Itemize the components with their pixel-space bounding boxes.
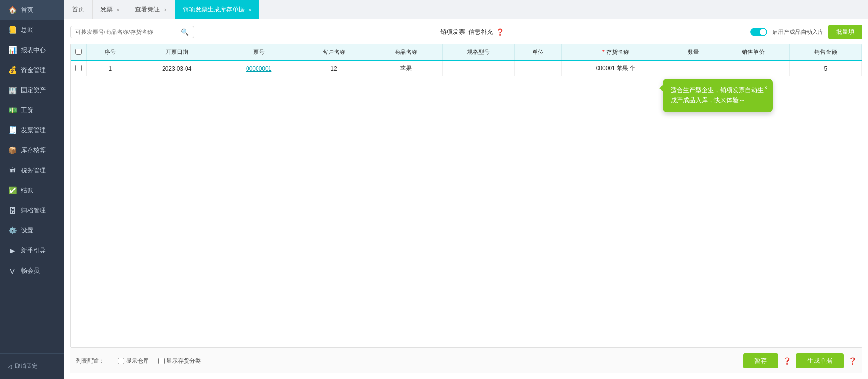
archive-icon: 🗄 <box>8 207 17 215</box>
info-label: 销项发票_信息补充 ❓ <box>440 28 504 36</box>
info-help-icon[interactable]: ❓ <box>496 28 504 36</box>
sidebar-item-general-ledger-label: 总账 <box>21 26 33 34</box>
cancel-pin-icon: ◁ <box>8 363 12 370</box>
content-area: 🔍 销项发票_信息补充 ❓ 启用产成品自动入库 批量填 <box>64 19 868 379</box>
sidebar-item-general-ledger[interactable]: 📒 总账 <box>0 20 64 40</box>
save-help-icon[interactable]: ❓ <box>783 357 791 365</box>
th-ticket-no: 票号 <box>220 44 298 61</box>
th-model: 规格型号 <box>442 44 514 61</box>
sidebar-item-funds-label: 资金管理 <box>21 66 46 74</box>
sidebar-item-reports[interactable]: 📊 报表中心 <box>0 40 64 60</box>
sidebar-item-payroll-label: 工资 <box>21 106 33 115</box>
sidebar-item-vip-label: 畅会员 <box>21 266 40 275</box>
search-box[interactable]: 🔍 <box>70 26 194 38</box>
tab-generate-inventory-label: 销项发票生成库存单据 <box>183 5 245 14</box>
show-inventory-category-label: 显示存货分类 <box>166 357 201 365</box>
sidebar-item-reconcile-label: 结账 <box>21 186 33 195</box>
th-product-name: 商品名称 <box>370 44 442 61</box>
fixed-assets-icon: 🏢 <box>8 86 17 95</box>
th-checkbox <box>71 44 87 61</box>
guide-icon: ▶ <box>8 246 17 255</box>
show-warehouse-item[interactable]: 显示仓库 <box>118 357 149 365</box>
show-inventory-category-item[interactable]: 显示存货分类 <box>158 357 201 365</box>
row-product-name: 苹果 <box>370 61 442 76</box>
select-all-checkbox[interactable] <box>75 49 82 55</box>
funds-icon: 💰 <box>8 66 17 74</box>
bottom-bar: 列表配置： 显示仓库 显示存货分类 暂存 ❓ 生成单据 ❓ <box>70 348 862 373</box>
tab-bar: 首页 发票 × 查看凭证 × 销项发票生成库存单据 × <box>64 0 868 19</box>
row-amount: 5 <box>789 61 862 76</box>
tax-icon: 🏛 <box>8 167 17 175</box>
tab-home[interactable]: 首页 <box>64 0 93 19</box>
row-unit <box>515 61 562 76</box>
th-quantity: 数量 <box>670 44 717 61</box>
search-input[interactable] <box>75 29 178 35</box>
tab-view-voucher[interactable]: 查看凭证 × <box>127 0 175 19</box>
sidebar-item-vip[interactable]: V 畅会员 <box>0 261 64 281</box>
payroll-icon: 💵 <box>8 106 17 115</box>
sidebar-bottom: ◁ 取消固定 <box>0 353 64 379</box>
table-row: 1 2023-03-04 00000001 12 苹果 000001 苹果 个 … <box>71 61 862 76</box>
action-buttons: 暂存 ❓ 生成单据 ❓ <box>743 353 857 368</box>
sidebar-item-archive[interactable]: 🗄 归档管理 <box>0 200 64 221</box>
save-button[interactable]: 暂存 <box>743 353 778 368</box>
sidebar-item-tax[interactable]: 🏛 税务管理 <box>0 160 64 180</box>
th-date: 开票日期 <box>134 44 220 61</box>
th-unit: 单位 <box>515 44 562 61</box>
tooltip-close-button[interactable]: × <box>764 83 768 93</box>
right-controls: 启用产成品自动入库 批量填 <box>750 25 862 39</box>
list-config-label: 列表配置： <box>76 357 104 365</box>
tab-generate-inventory[interactable]: 销项发票生成库存单据 × <box>175 0 259 19</box>
toggle-label: 启用产成品自动入库 <box>772 28 824 36</box>
tooltip-popup: × 适合生产型企业，销项发票自动生成产成品入库，快来体验～ <box>663 79 773 112</box>
search-icon: 🔍 <box>181 28 189 36</box>
batch-fill-button[interactable]: 批量填 <box>828 25 862 39</box>
row-unit-price <box>717 61 789 76</box>
row-checkbox-cell[interactable] <box>71 61 87 76</box>
sidebar-item-guide[interactable]: ▶ 新手引导 <box>0 241 64 261</box>
show-warehouse-checkbox[interactable] <box>118 358 124 364</box>
reports-icon: 📊 <box>8 46 17 54</box>
row-model <box>442 61 514 76</box>
sidebar-item-fixed-assets[interactable]: 🏢 固定资产 <box>0 80 64 100</box>
sidebar-item-archive-label: 归档管理 <box>21 206 46 215</box>
sidebar-item-home[interactable]: 🏠 首页 <box>0 0 64 20</box>
th-amount: 销售金额 <box>789 44 862 61</box>
sidebar-item-home-label: 首页 <box>21 6 33 14</box>
home-icon: 🏠 <box>8 6 17 14</box>
data-table: 序号 开票日期 票号 客户名称 商品名称 规格型号 单位 * 存货名称 数量 销… <box>71 44 862 76</box>
vip-icon: V <box>8 267 17 275</box>
tab-view-voucher-close[interactable]: × <box>164 7 166 12</box>
invoice-mgmt-icon: 🧾 <box>8 126 17 135</box>
tab-generate-inventory-close[interactable]: × <box>248 7 251 12</box>
generate-button[interactable]: 生成单据 <box>796 353 844 368</box>
sidebar-item-invoice-mgmt[interactable]: 🧾 发票管理 <box>0 120 64 140</box>
row-customer: 12 <box>298 61 370 76</box>
row-date: 2023-03-04 <box>134 61 220 76</box>
tab-invoice-close[interactable]: × <box>116 7 119 12</box>
row-checkbox[interactable] <box>75 65 82 71</box>
main-area: 首页 发票 × 查看凭证 × 销项发票生成库存单据 × 🔍 销项发票_信息补充 … <box>64 0 868 379</box>
sidebar-item-funds[interactable]: 💰 资金管理 <box>0 60 64 80</box>
reconcile-icon: ✅ <box>8 186 17 195</box>
ledger-icon: 📒 <box>8 26 17 34</box>
generate-help-icon[interactable]: ❓ <box>848 357 857 365</box>
sidebar-item-fixed-assets-label: 固定资产 <box>21 86 46 95</box>
row-seq: 1 <box>87 61 134 76</box>
sidebar-item-inventory[interactable]: 📦 库存核算 <box>0 140 64 160</box>
sidebar-item-settings[interactable]: ⚙️ 设置 <box>0 221 64 241</box>
row-quantity <box>670 61 717 76</box>
tab-invoice[interactable]: 发票 × <box>93 0 127 19</box>
th-inventory-name: * 存货名称 <box>561 44 670 61</box>
sidebar-item-tax-label: 税务管理 <box>21 166 46 175</box>
sidebar-item-inventory-label: 库存核算 <box>21 146 46 155</box>
row-ticket-no[interactable]: 00000001 <box>220 61 298 76</box>
sidebar-item-reconcile[interactable]: ✅ 结账 <box>0 180 64 200</box>
cancel-pin-button[interactable]: ◁ 取消固定 <box>0 358 64 375</box>
show-inventory-category-checkbox[interactable] <box>158 358 165 364</box>
toolbar-row: 🔍 销项发票_信息补充 ❓ 启用产成品自动入库 批量填 <box>70 25 862 39</box>
auto-inbound-toggle[interactable] <box>750 28 767 36</box>
th-customer: 客户名称 <box>298 44 370 61</box>
sidebar-item-payroll[interactable]: 💵 工资 <box>0 100 64 120</box>
tab-home-label: 首页 <box>72 5 84 14</box>
